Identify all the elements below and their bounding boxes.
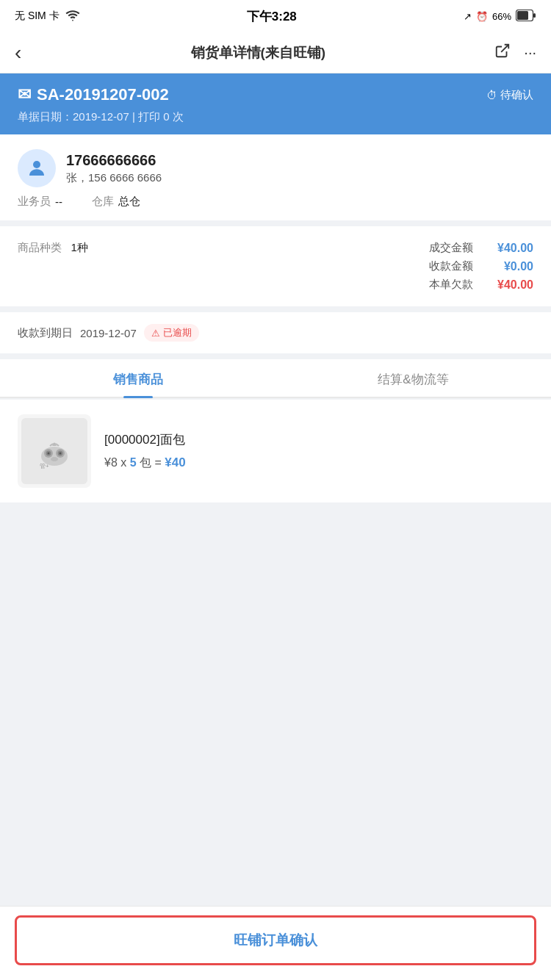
location-icon: ↗ bbox=[464, 11, 472, 22]
alarm-icon: ⏰ bbox=[476, 11, 488, 22]
svg-point-12 bbox=[60, 453, 62, 455]
salesperson-field: 业务员 -- bbox=[18, 195, 62, 209]
status-right: ↗ ⏰ 66% bbox=[464, 10, 536, 24]
tab-settlement[interactable]: 结算&物流等 bbox=[276, 359, 551, 397]
warning-icon: ⚠ bbox=[151, 328, 160, 339]
amount-label-1: 收款金额 bbox=[429, 259, 473, 273]
warehouse-value: 总仓 bbox=[118, 195, 140, 209]
customer-name: 张，156 6666 6666 bbox=[66, 171, 533, 185]
customer-info: 17666666666 张，156 6666 6666 bbox=[66, 152, 533, 185]
product-info: [0000002]面包 ¥8 x 5 包 = ¥40 bbox=[104, 431, 533, 471]
product-item: 管+ [0000002]面包 ¥8 x 5 包 = ¥40 bbox=[18, 414, 533, 488]
product-qty: 5 bbox=[130, 456, 137, 469]
share-icon[interactable] bbox=[494, 43, 511, 62]
salesperson-value: -- bbox=[55, 195, 62, 208]
kind-value: 1种 bbox=[71, 241, 88, 253]
amount-label-0: 成交金额 bbox=[429, 241, 473, 255]
price-value: ¥8 bbox=[104, 456, 118, 469]
empty-space bbox=[0, 502, 551, 649]
status-bar: 无 SIM 卡 下午3:28 ↗ ⏰ 66% bbox=[0, 0, 551, 32]
product-total: ¥40 bbox=[165, 455, 185, 469]
summary-right: 成交金额 ¥40.00 收款金额 ¥0.00 本单欠款 ¥40.00 bbox=[429, 241, 533, 292]
svg-point-5 bbox=[33, 161, 40, 168]
salesperson-label: 业务员 bbox=[18, 195, 51, 209]
summary-section: 商品种类 1种 成交金额 ¥40.00 收款金额 ¥0.00 本单欠款 ¥40.… bbox=[0, 226, 551, 312]
order-date: 单据日期：2019-12-07 | 打印 0 次 bbox=[18, 110, 533, 124]
amount-row-2: 本单欠款 ¥40.00 bbox=[429, 278, 533, 292]
summary-left: 商品种类 1种 bbox=[18, 241, 88, 255]
tab-sales-products[interactable]: 销售商品 bbox=[0, 359, 276, 397]
amount-label-2: 本单欠款 bbox=[429, 278, 473, 292]
more-icon[interactable]: ··· bbox=[524, 44, 536, 61]
customer-meta: 业务员 -- 仓库 总仓 bbox=[18, 195, 533, 209]
svg-rect-2 bbox=[517, 11, 528, 20]
product-section: 管+ [0000002]面包 ¥8 x 5 包 = ¥40 bbox=[0, 400, 551, 502]
tabs-section: 销售商品 结算&物流等 bbox=[0, 359, 551, 398]
status-time: 下午3:28 bbox=[247, 8, 297, 25]
due-date: 2019-12-07 bbox=[80, 327, 137, 339]
svg-point-13 bbox=[51, 457, 58, 461]
product-image: 管+ bbox=[21, 418, 87, 484]
product-price: ¥8 x 5 包 = ¥40 bbox=[104, 455, 533, 471]
nav-right-icons: ··· bbox=[494, 43, 536, 62]
order-icon: ✉ bbox=[18, 85, 31, 104]
kind-label: 商品种类 bbox=[18, 241, 62, 253]
order-id-row: ✉ SA-20191207-002 ⏱ 待确认 bbox=[18, 85, 533, 104]
page-title: 销货单详情(来自旺铺) bbox=[191, 43, 326, 62]
svg-text:管+: 管+ bbox=[40, 463, 49, 469]
back-button[interactable]: ‹ bbox=[15, 41, 21, 65]
overdue-badge: ⚠ 已逾期 bbox=[144, 324, 199, 342]
equals-sign: = bbox=[155, 456, 165, 469]
customer-section: 17666666666 张，156 6666 6666 业务员 -- 仓库 总仓 bbox=[0, 134, 551, 226]
battery-level: 66% bbox=[492, 11, 511, 22]
clock-icon: ⏱ bbox=[486, 89, 497, 101]
amount-value-0: ¥40.00 bbox=[482, 242, 533, 255]
svg-line-4 bbox=[501, 45, 508, 52]
wifi-icon bbox=[65, 8, 80, 25]
amount-value-1: ¥0.00 bbox=[482, 260, 533, 273]
bottom-bar: 旺铺订单确认 bbox=[0, 906, 551, 980]
product-name: [0000002]面包 bbox=[104, 431, 533, 448]
amount-row-1: 收款金额 ¥0.00 bbox=[429, 259, 533, 273]
sim-status: 无 SIM 卡 bbox=[15, 10, 60, 23]
unit: 包 bbox=[140, 456, 151, 469]
confirm-button[interactable]: 旺铺订单确认 bbox=[15, 915, 536, 965]
order-id: ✉ SA-20191207-002 bbox=[18, 85, 169, 104]
product-thumbnail: 管+ bbox=[18, 414, 91, 488]
due-section: 收款到期日 2019-12-07 ⚠ 已逾期 bbox=[0, 312, 551, 359]
due-label: 收款到期日 bbox=[18, 326, 73, 340]
status-left: 无 SIM 卡 bbox=[15, 8, 80, 25]
order-status: ⏱ 待确认 bbox=[486, 88, 533, 102]
order-header: ✉ SA-20191207-002 ⏱ 待确认 单据日期：2019-12-07 … bbox=[0, 73, 551, 134]
warehouse-label: 仓库 bbox=[92, 195, 114, 209]
amount-row-0: 成交金额 ¥40.00 bbox=[429, 241, 533, 255]
multiply-sign: x bbox=[120, 456, 129, 469]
svg-point-0 bbox=[72, 19, 73, 21]
battery-icon bbox=[516, 10, 536, 24]
customer-phone: 17666666666 bbox=[66, 152, 533, 169]
customer-row: 17666666666 张，156 6666 6666 bbox=[18, 149, 533, 187]
warehouse-field: 仓库 总仓 bbox=[92, 195, 140, 209]
svg-point-11 bbox=[48, 453, 50, 455]
avatar bbox=[18, 149, 56, 187]
svg-rect-3 bbox=[533, 13, 536, 18]
amount-value-2: ¥40.00 bbox=[482, 278, 533, 292]
nav-bar: ‹ 销货单详情(来自旺铺) ··· bbox=[0, 32, 551, 73]
